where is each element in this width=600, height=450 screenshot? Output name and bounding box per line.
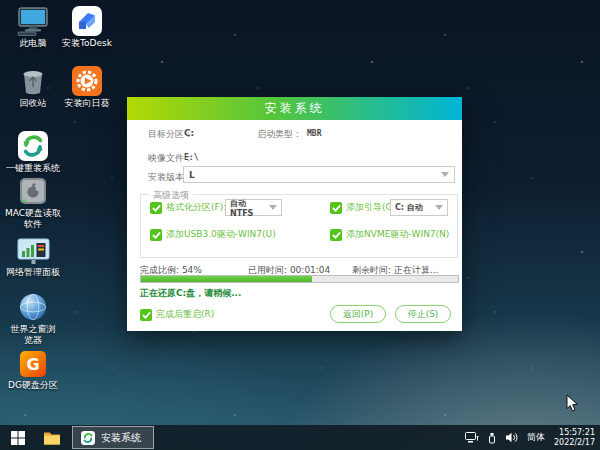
dialog-title: 安装系统	[265, 100, 325, 117]
stop-button-label: 停止(S)	[408, 308, 439, 321]
chevron-down-icon	[435, 205, 443, 210]
usb3-driver-label[interactable]: 添加USB3.0驱动-WIN7(U)	[166, 228, 276, 241]
nvme-driver-row: 添加NVME驱动-WIN7(N)	[330, 228, 449, 241]
back-button-label: 返回(P)	[343, 308, 373, 321]
one-key-reinstall-icon	[81, 431, 95, 445]
install-version-select[interactable]: L	[183, 166, 455, 183]
file-explorer-button[interactable]	[36, 425, 68, 450]
mac-disk-icon	[18, 176, 48, 206]
todesk-icon	[72, 6, 102, 36]
boot-drive-value: C: 自动	[395, 202, 423, 213]
mouse-cursor	[566, 394, 579, 413]
chevron-down-icon	[441, 172, 449, 177]
progress-bar	[140, 275, 459, 283]
desktop-icon-label: MAC硬盘读取软件	[4, 208, 62, 231]
desktop-icon-label: 回收站	[20, 98, 47, 109]
desktop-icon-browser[interactable]: 世界之窗浏览器	[8, 292, 58, 347]
chevron-down-icon	[269, 205, 277, 210]
sunflower-icon	[72, 66, 102, 96]
desktop-icon-diskgenius[interactable]: G DG硬盘分区	[3, 350, 63, 391]
desktop-icon-label: 世界之窗浏览器	[8, 324, 58, 347]
checkmark-icon	[332, 204, 341, 212]
nvme-driver-checkbox[interactable]	[330, 229, 342, 241]
windows-logo-icon	[11, 431, 25, 445]
desktop-icon-label: 此电脑	[20, 38, 47, 49]
folder-icon	[43, 431, 61, 445]
language-indicator[interactable]: 简体	[527, 431, 545, 444]
network-panel-icon	[17, 238, 50, 265]
restart-after-checkbox[interactable]	[140, 309, 152, 321]
desktop-icon-label: 一键重装系统	[6, 163, 60, 174]
taskbar: 安装系统 简体 15:57:21 2022/2/17	[0, 425, 600, 450]
svg-text:G: G	[26, 355, 39, 374]
desktop-icon-label: 安装向日葵	[65, 98, 110, 109]
globe-browser-icon	[18, 292, 48, 322]
add-boot-row: 添加引导(G):	[330, 201, 399, 214]
format-type-value: 自动 NTFS	[230, 198, 269, 218]
desktop-icon-sunflower[interactable]: 安装向日葵	[58, 66, 116, 109]
desktop-icon-this-pc[interactable]: 此电脑	[4, 6, 62, 49]
one-key-reinstall-icon	[18, 131, 48, 161]
usb3-driver-checkbox[interactable]	[150, 229, 162, 241]
checkmark-icon	[142, 311, 151, 319]
boot-type-value: MBR	[307, 129, 321, 138]
dialog-titlebar[interactable]: 安装系统	[127, 97, 462, 120]
add-boot-checkbox[interactable]	[330, 202, 342, 214]
restore-status-text: 正在还原C:盘，请稍候...	[140, 287, 241, 300]
boot-type-label: 启动类型：	[257, 128, 302, 141]
install-version-value: L	[189, 170, 195, 180]
network-icon[interactable]	[465, 432, 479, 444]
desktop-icon-recycle-bin[interactable]: 回收站	[4, 66, 62, 109]
image-file-value: E:\	[184, 153, 198, 162]
task-label: 安装系统	[101, 431, 141, 445]
usb3-driver-row: 添加USB3.0驱动-WIN7(U)	[150, 228, 276, 241]
desktop: 此电脑 安装ToDesk 回收站 安装向日葵	[0, 0, 600, 450]
desktop-icon-todesk[interactable]: 安装ToDesk	[58, 6, 116, 49]
checkmark-icon	[152, 231, 161, 239]
desktop-icon-label: 安装ToDesk	[62, 38, 112, 49]
checkmark-icon	[332, 231, 341, 239]
back-button[interactable]: 返回(P)	[330, 305, 386, 323]
desktop-icon-label: 网络管理面板	[6, 267, 60, 278]
start-button[interactable]	[0, 425, 36, 450]
speaker-icon[interactable]	[505, 432, 518, 443]
recycle-bin-icon	[20, 66, 46, 96]
restart-after-row: 完成后重启(R)	[140, 308, 214, 321]
clock-time: 15:57:21	[554, 428, 595, 438]
format-partition-label[interactable]: 格式化分区(F):	[166, 201, 226, 214]
progress-fill	[141, 276, 312, 282]
format-type-select[interactable]: 自动 NTFS	[225, 199, 282, 216]
system-tray: 简体 15:57:21 2022/2/17	[465, 428, 600, 448]
install-system-dialog: 安装系统 目标分区： C: 启动类型： MBR 映像文件： E:\ 安装版本： …	[127, 97, 462, 331]
diskgenius-icon: G	[19, 350, 47, 378]
computer-icon	[16, 6, 50, 36]
desktop-icon-label: DG硬盘分区	[8, 380, 58, 391]
stop-button[interactable]: 停止(S)	[395, 305, 451, 323]
target-partition-value: C:	[184, 128, 194, 138]
desktop-icon-reinstall-system[interactable]: 一键重装系统	[2, 131, 64, 174]
desktop-icon-network-panel[interactable]: 网络管理面板	[1, 238, 65, 278]
desktop-icon-mac-disk[interactable]: MAC硬盘读取软件	[4, 176, 62, 231]
taskbar-task-install-system[interactable]: 安装系统	[72, 426, 154, 449]
clock[interactable]: 15:57:21 2022/2/17	[554, 428, 595, 448]
restart-after-label[interactable]: 完成后重启(R)	[156, 308, 214, 321]
clock-date: 2022/2/17	[554, 438, 595, 448]
nvme-driver-label[interactable]: 添加NVME驱动-WIN7(N)	[346, 228, 449, 241]
format-partition-row: 格式化分区(F):	[150, 201, 226, 214]
format-partition-checkbox[interactable]	[150, 202, 162, 214]
checkmark-icon	[152, 204, 161, 212]
boot-drive-select[interactable]: C: 自动	[390, 199, 448, 216]
usb-device-icon[interactable]	[488, 432, 496, 444]
